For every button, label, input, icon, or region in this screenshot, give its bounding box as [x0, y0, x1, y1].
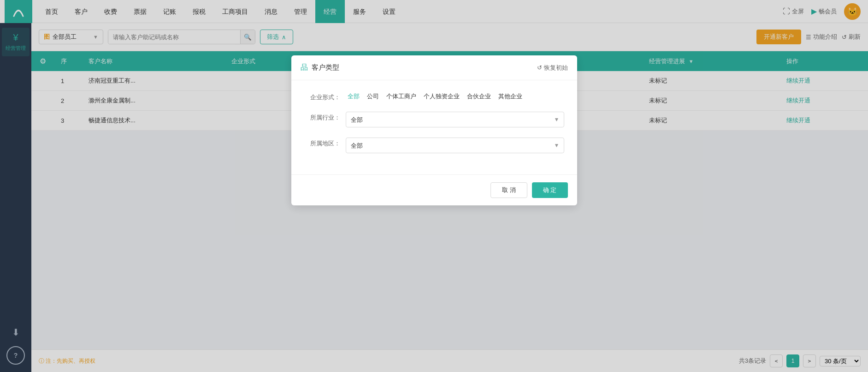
region-select-wrap: 全部 ▼ — [346, 138, 564, 153]
region-label: 所属地区： — [304, 138, 346, 148]
enterprise-option[interactable]: 合伙企业 — [465, 91, 493, 102]
enterprise-form-row: 企业形式： 全部公司个体工商户个人独资企业合伙企业其他企业 — [304, 91, 564, 102]
enterprise-option[interactable]: 其他企业 — [496, 91, 524, 102]
enterprise-form-label: 企业形式： — [304, 91, 346, 102]
restore-btn[interactable]: ↺ 恢复初始 — [537, 64, 568, 72]
restore-icon: ↺ — [537, 64, 542, 71]
modal-title-text: 客户类型 — [312, 63, 339, 72]
enterprise-option[interactable]: 个体工商户 — [384, 91, 418, 102]
restore-label: 恢复初始 — [544, 64, 568, 72]
filter-modal: 品 客户类型 ↺ 恢复初始 企业形式： 全部公司个体工商户个人独资企业合伙企业其… — [291, 55, 577, 205]
confirm-button[interactable]: 确 定 — [532, 182, 568, 198]
industry-row: 所属行业： 全部 ▼ — [304, 112, 564, 127]
industry-select-wrap: 全部 ▼ — [346, 112, 564, 127]
industry-select[interactable]: 全部 — [346, 112, 564, 127]
modal-overlay: 品 客户类型 ↺ 恢复初始 企业形式： 全部公司个体工商户个人独资企业合伙企业其… — [0, 0, 868, 372]
modal-header: 品 客户类型 ↺ 恢复初始 — [291, 55, 577, 80]
enterprise-option[interactable]: 公司 — [365, 91, 381, 102]
enterprise-option[interactable]: 个人独资企业 — [422, 91, 461, 102]
modal-title-icon: 品 — [301, 63, 308, 72]
modal-footer: 取 消 确 定 — [291, 174, 577, 205]
region-row: 所属地区： 全部 ▼ — [304, 138, 564, 153]
industry-label: 所属行业： — [304, 112, 346, 122]
region-select[interactable]: 全部 — [346, 138, 564, 153]
modal-body: 企业形式： 全部公司个体工商户个人独资企业合伙企业其他企业 所属行业： 全部 ▼… — [291, 80, 577, 174]
enterprise-form-options: 全部公司个体工商户个人独资企业合伙企业其他企业 — [346, 91, 564, 102]
cancel-button[interactable]: 取 消 — [490, 182, 527, 198]
enterprise-option[interactable]: 全部 — [346, 91, 361, 102]
modal-title: 品 客户类型 — [301, 63, 339, 72]
